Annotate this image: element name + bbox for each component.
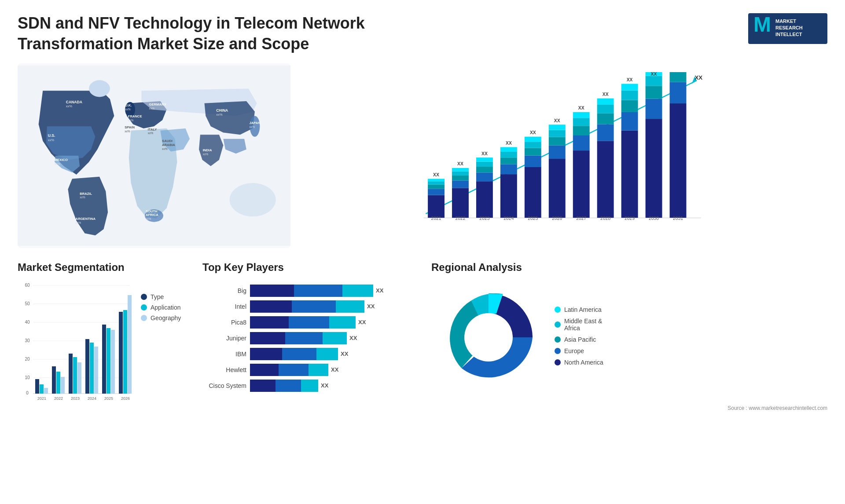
svg-rect-98 (597, 104, 614, 113)
svg-text:ITALY: ITALY (148, 127, 157, 131)
svg-text:2022: 2022 (455, 216, 465, 221)
svg-rect-150 (85, 339, 89, 394)
middle-east-dot (555, 321, 561, 328)
player-name-big: Big (202, 287, 246, 294)
player-name-cisco: Cisco System (202, 382, 246, 389)
legend-item-geography: Geography (141, 314, 181, 321)
svg-text:XX: XX (530, 130, 536, 135)
player-label-ibm: XX (341, 351, 348, 357)
svg-rect-77 (525, 142, 541, 148)
svg-text:XX: XX (603, 92, 609, 97)
svg-rect-88 (573, 150, 590, 218)
svg-rect-95 (597, 141, 614, 218)
svg-rect-70 (500, 152, 517, 157)
svg-rect-74 (525, 167, 541, 218)
player-label-intel: XX (367, 303, 375, 310)
svg-text:xx%: xx% (48, 138, 55, 142)
svg-text:0: 0 (26, 391, 29, 395)
svg-text:MARKET: MARKET (775, 18, 796, 24)
svg-rect-140 (44, 388, 48, 394)
legend-europe: Europe (555, 347, 827, 354)
player-bar-juniper: XX (250, 332, 422, 344)
svg-text:xx%: xx% (216, 113, 223, 117)
svg-text:xx%: xx% (148, 131, 154, 135)
player-bar-hewlett: XX (250, 364, 422, 376)
svg-text:XX: XX (506, 140, 512, 145)
svg-rect-96 (597, 124, 614, 141)
player-row-juniper: Juniper XX (202, 332, 422, 344)
svg-rect-81 (549, 159, 566, 218)
svg-text:xx%: xx% (203, 153, 209, 156)
svg-text:MEXICO: MEXICO (55, 158, 68, 162)
source-text: Source : www.marketresearchintellect.com (431, 405, 827, 411)
segmentation-section: Market Segmentation 60 50 40 30 20 10 0 (18, 261, 194, 437)
svg-text:xx%: xx% (125, 108, 131, 111)
north-america-label: North America (564, 359, 603, 366)
svg-rect-78 (525, 136, 541, 141)
svg-text:AFRICA: AFRICA (146, 213, 158, 217)
svg-rect-116 (670, 103, 687, 218)
svg-text:FRANCE: FRANCE (128, 114, 142, 118)
svg-rect-91 (573, 118, 590, 126)
svg-rect-47 (428, 189, 445, 195)
svg-text:xx%: xx% (125, 129, 130, 132)
svg-text:ARABIA: ARABIA (162, 143, 175, 147)
svg-rect-110 (646, 99, 662, 118)
svg-rect-147 (73, 357, 77, 394)
type-color-dot (141, 294, 147, 300)
svg-text:XX: XX (554, 118, 560, 123)
svg-rect-56 (452, 171, 469, 175)
svg-rect-90 (573, 126, 590, 135)
svg-rect-46 (428, 195, 445, 218)
svg-rect-62 (476, 167, 493, 172)
svg-text:CHINA: CHINA (216, 108, 228, 112)
svg-text:XX: XX (627, 77, 633, 82)
segmentation-legend: Type Application Geography (141, 293, 181, 321)
svg-rect-71 (500, 147, 517, 151)
svg-point-162 (464, 313, 513, 362)
svg-text:GERMANY: GERMANY (149, 102, 166, 106)
player-bar-big: XX (250, 285, 422, 297)
svg-text:U.S.: U.S. (48, 133, 55, 138)
svg-rect-144 (61, 377, 65, 394)
north-america-dot (555, 359, 561, 365)
svg-rect-83 (549, 137, 566, 145)
svg-text:2024: 2024 (88, 396, 96, 401)
svg-rect-102 (621, 130, 638, 218)
player-name-pica8: Pica8 (202, 319, 246, 326)
svg-rect-160 (128, 295, 132, 394)
player-label-cisco: XX (321, 382, 328, 389)
svg-text:2025: 2025 (528, 216, 538, 221)
player-name-ibm: IBM (202, 351, 246, 358)
player-name-hewlett: Hewlett (202, 366, 246, 373)
svg-rect-154 (102, 325, 106, 394)
svg-text:XX: XX (694, 74, 702, 81)
svg-rect-67 (500, 174, 517, 218)
svg-text:40: 40 (25, 320, 30, 325)
svg-rect-117 (670, 82, 687, 103)
svg-text:CANADA: CANADA (66, 99, 82, 104)
bar-chart-container: XX XX 2021 XX 2022 (299, 63, 827, 248)
player-row-pica8: Pica8 XX (202, 316, 422, 329)
europe-label: Europe (564, 347, 584, 354)
player-name-intel: Intel (202, 303, 246, 310)
svg-rect-92 (573, 112, 590, 118)
player-bar-ibm: XX (250, 348, 422, 360)
svg-text:xx%: xx% (66, 104, 73, 108)
svg-rect-97 (597, 113, 614, 124)
svg-text:2022: 2022 (54, 396, 63, 401)
latin-america-dot (555, 307, 561, 313)
header: SDN and NFV Technology in Telecom Networ… (18, 13, 827, 55)
svg-rect-68 (500, 164, 517, 174)
player-bar-intel: XX (250, 300, 422, 313)
svg-text:xx%: xx% (162, 147, 168, 150)
svg-rect-82 (549, 145, 566, 158)
svg-text:2021: 2021 (431, 216, 441, 221)
svg-text:2029: 2029 (625, 216, 635, 221)
svg-rect-152 (94, 347, 98, 394)
svg-text:2030: 2030 (649, 216, 659, 221)
bottom-section: Market Segmentation 60 50 40 30 20 10 0 (18, 261, 827, 437)
svg-rect-156 (111, 330, 115, 394)
svg-text:10: 10 (25, 375, 30, 380)
svg-rect-106 (621, 84, 638, 90)
